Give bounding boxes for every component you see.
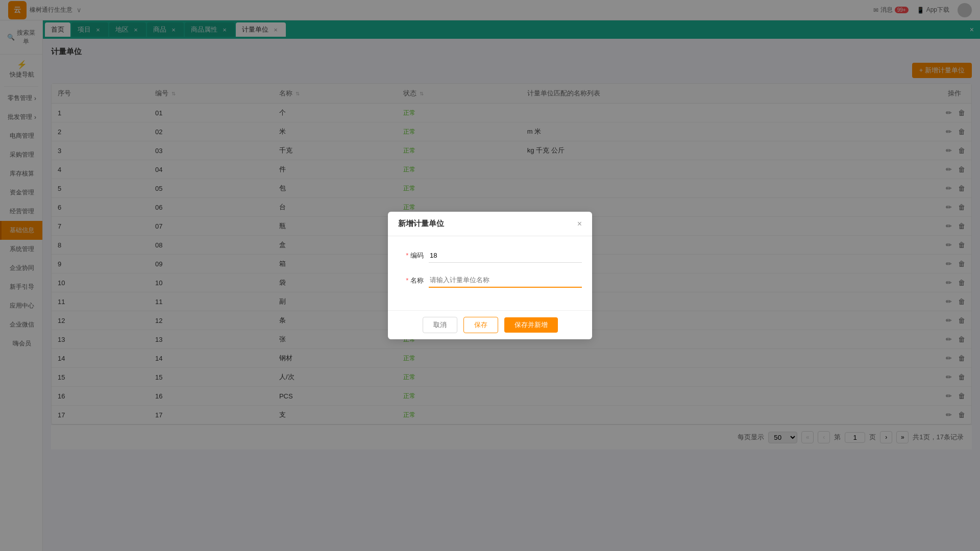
save-button[interactable]: 保存 bbox=[463, 317, 498, 333]
cancel-button[interactable]: 取消 bbox=[423, 317, 457, 333]
form-row-code: 编码 bbox=[398, 248, 582, 263]
modal-title: 新增计量单位 bbox=[398, 219, 444, 229]
modal-overlay[interactable]: 新增计量单位 × 编码 名称 取消 保存 保存并新增 bbox=[0, 0, 980, 551]
code-input[interactable] bbox=[429, 248, 582, 263]
name-label: 名称 bbox=[398, 276, 429, 285]
add-unit-modal: 新增计量单位 × 编码 名称 取消 保存 保存并新增 bbox=[388, 212, 592, 339]
modal-close-button[interactable]: × bbox=[577, 219, 582, 229]
modal-body: 编码 名称 bbox=[388, 236, 592, 310]
modal-footer: 取消 保存 保存并新增 bbox=[388, 310, 592, 339]
code-label: 编码 bbox=[398, 251, 429, 260]
form-row-name: 名称 bbox=[398, 273, 582, 288]
modal-header: 新增计量单位 × bbox=[388, 212, 592, 236]
name-input[interactable] bbox=[429, 273, 582, 288]
save-add-button[interactable]: 保存并新增 bbox=[504, 317, 558, 333]
